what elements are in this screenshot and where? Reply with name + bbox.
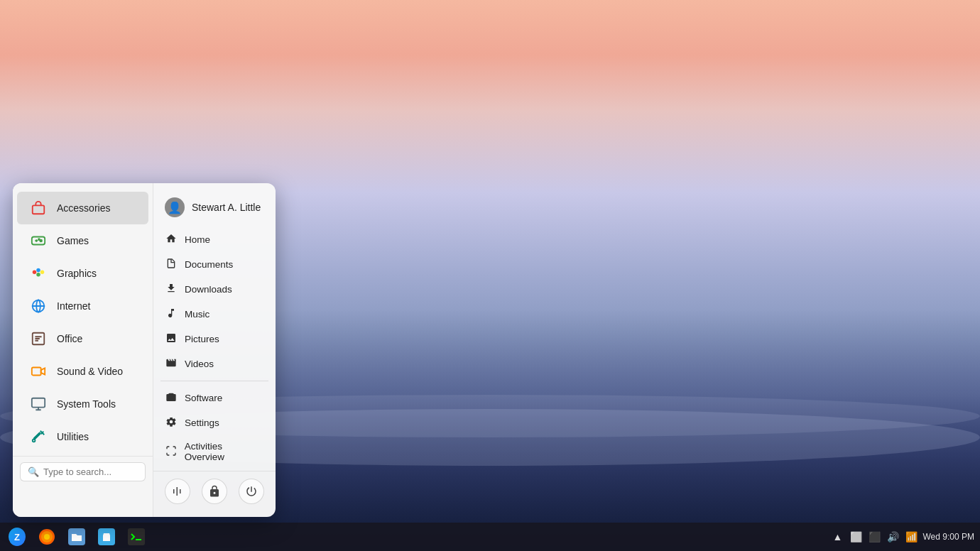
place-item-pictures[interactable]: Pictures — [158, 327, 271, 351]
activities-icon — [165, 445, 178, 459]
graphics-icon — [28, 263, 48, 283]
games-icon — [28, 231, 48, 251]
place-item-activities[interactable]: Activities Overview — [158, 435, 271, 468]
office-icon — [28, 329, 48, 349]
bottom-actions — [153, 471, 276, 510]
zorin-menu-icon: Z — [9, 528, 26, 545]
graphics-label: Graphics — [57, 268, 97, 279]
place-item-downloads[interactable]: Downloads — [158, 277, 271, 302]
search-section: 🔍 — [13, 456, 153, 487]
internet-icon — [28, 296, 48, 316]
documents-label: Documents — [185, 259, 233, 270]
downloads-icon — [165, 283, 178, 296]
place-item-documents[interactable]: Documents — [158, 252, 271, 277]
taskbar-apps: Z — [0, 524, 153, 550]
settings-icon — [165, 416, 178, 430]
videos-label: Videos — [185, 359, 214, 369]
home-icon — [165, 233, 178, 246]
accessories-icon — [28, 198, 48, 218]
lock-button[interactable] — [202, 479, 227, 504]
sound-video-label: Sound & Video — [57, 366, 123, 377]
music-icon — [165, 307, 178, 321]
settings-label: Settings — [185, 418, 219, 428]
taskbar-app-firefox[interactable] — [33, 524, 61, 550]
menu-right-panel: 👤 Stewart A. Little HomeDocumentsDownloa… — [153, 183, 276, 517]
taskbar-app-files[interactable] — [62, 524, 91, 550]
category-item-accessories[interactable]: Accessories — [17, 192, 148, 224]
categories-list: AccessoriesGamesGraphicsInternetOfficeSo… — [13, 192, 153, 453]
category-item-sound-video[interactable]: Sound & Video — [17, 355, 148, 388]
category-item-system-tools[interactable]: System Tools — [17, 388, 148, 420]
pictures-label: Pictures — [185, 334, 219, 344]
avatar-icon: 👤 — [168, 201, 182, 214]
search-input[interactable] — [43, 467, 138, 477]
svg-point-6 — [40, 270, 45, 274]
files-icon — [68, 528, 85, 545]
taskbar: Z ▲ ⬜ ⬛ 🔊 📶 Wed 9:00 PM — [0, 523, 980, 551]
svg-rect-0 — [33, 205, 45, 214]
taskbar-tray: ▲ ⬜ ⬛ 🔊 📶 Wed 9:00 PM — [824, 530, 980, 544]
places-list-2: SoftwareSettingsActivities Overview — [153, 386, 276, 468]
svg-rect-10 — [32, 368, 41, 376]
place-item-videos[interactable]: Videos — [158, 351, 271, 376]
volume-icon[interactable]: 🔊 — [886, 530, 900, 544]
taskbar-app-terminal[interactable] — [122, 524, 151, 550]
search-wrapper: 🔍 — [20, 462, 146, 481]
software-label: Software — [185, 393, 222, 403]
home-label: Home — [185, 234, 210, 245]
svg-rect-11 — [32, 398, 45, 408]
games-label: Games — [57, 235, 89, 246]
svg-point-2 — [40, 240, 42, 242]
svg-point-3 — [38, 239, 40, 240]
office-label: Office — [57, 333, 82, 344]
places-list: HomeDocumentsDownloadsMusicPicturesVideo… — [153, 227, 276, 376]
activities-label: Activities Overview — [185, 441, 264, 462]
documents-icon — [165, 258, 178, 271]
tray-up-icon[interactable]: ▲ — [830, 530, 844, 544]
network-icon[interactable]: 📶 — [904, 530, 918, 544]
menu-categories-panel: AccessoriesGamesGraphicsInternetOfficeSo… — [13, 183, 153, 517]
zorin-icon: Z — [9, 528, 26, 546]
svg-rect-17 — [128, 528, 145, 545]
svg-point-12 — [33, 440, 36, 442]
downloads-label: Downloads — [185, 284, 232, 295]
svg-point-4 — [33, 270, 37, 274]
menu-panel: AccessoriesGamesGraphicsInternetOfficeSo… — [13, 183, 276, 517]
system-tools-icon — [28, 394, 48, 414]
internet-label: Internet — [57, 300, 90, 312]
clock: Wed 9:00 PM — [922, 532, 974, 542]
svg-point-5 — [36, 268, 40, 273]
category-item-internet[interactable]: Internet — [17, 290, 148, 322]
user-section: 👤 Stewart A. Little — [153, 190, 276, 227]
place-item-software[interactable]: Software — [158, 386, 271, 410]
music-label: Music — [185, 309, 209, 320]
avatar: 👤 — [165, 197, 185, 217]
display-icon[interactable]: ⬜ — [849, 530, 863, 544]
display2-icon[interactable]: ⬛ — [867, 530, 881, 544]
accessories-label: Accessories — [57, 202, 110, 214]
utilities-icon — [28, 427, 48, 447]
videos-icon — [165, 357, 178, 371]
taskbar-app-software-store[interactable] — [92, 524, 121, 550]
software-store-icon — [98, 528, 115, 545]
category-item-utilities[interactable]: Utilities — [17, 420, 148, 453]
suspend-button[interactable] — [165, 479, 190, 504]
place-item-music[interactable]: Music — [158, 302, 271, 327]
svg-point-14 — [44, 534, 50, 540]
software-icon — [165, 391, 178, 405]
category-item-office[interactable]: Office — [17, 322, 148, 355]
place-item-settings[interactable]: Settings — [158, 410, 271, 435]
search-icon: 🔍 — [28, 467, 39, 477]
category-item-graphics[interactable]: Graphics — [17, 257, 148, 290]
places-divider — [160, 381, 268, 381]
terminal-icon — [128, 528, 145, 545]
taskbar-app-zorin-menu[interactable]: Z — [3, 524, 31, 550]
user-name: Stewart A. Little — [192, 202, 261, 213]
pictures-icon — [165, 332, 178, 346]
place-item-home[interactable]: Home — [158, 227, 271, 252]
category-item-games[interactable]: Games — [17, 224, 148, 257]
svg-point-7 — [36, 273, 40, 277]
power-button[interactable] — [239, 479, 264, 504]
sound-video-icon — [28, 361, 48, 381]
utilities-label: Utilities — [57, 431, 89, 442]
